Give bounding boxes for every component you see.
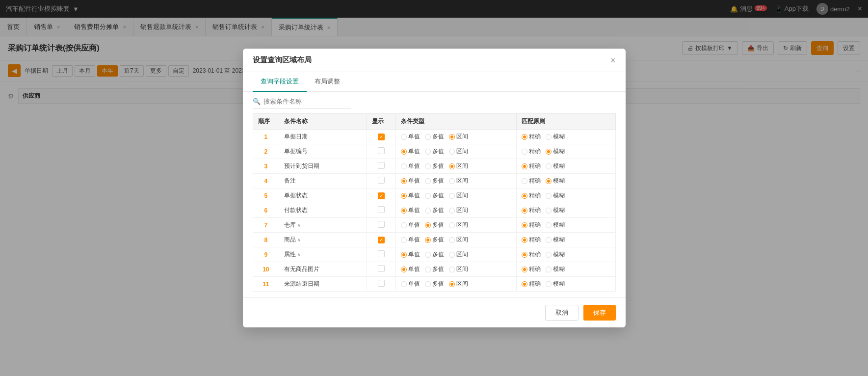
radio-match-模糊-3[interactable]: 模糊 [546, 177, 565, 185]
checkbox-show-1[interactable] [378, 147, 385, 154]
radio-type-区间-10[interactable]: 区间 [449, 280, 468, 288]
modal-search-input[interactable] [263, 98, 342, 105]
radio-type-单值-6[interactable]: 单值 [401, 221, 420, 229]
radio-type-区间-7[interactable]: 区间 [449, 236, 468, 244]
radio-type-单值-7[interactable]: 单值 [401, 236, 420, 244]
radio-match-模糊-10[interactable]: 模糊 [546, 280, 565, 288]
checkbox-show-0[interactable] [378, 134, 385, 140]
radio-match-精确-4[interactable]: 精确 [522, 191, 541, 200]
radio-type-多值-2[interactable]: 多值 [425, 162, 444, 170]
radio-type-单值-0[interactable]: 单值 [401, 133, 420, 141]
radio-match-精确-9[interactable]: 精确 [522, 265, 541, 273]
radio-match-精确-2[interactable]: 精确 [522, 162, 541, 170]
radio-match-精确-7[interactable]: 精确 [522, 236, 541, 244]
radio-match-circle-6 [546, 222, 552, 228]
radio-match-circle-1 [546, 149, 552, 155]
modal-close-btn[interactable]: × [610, 56, 616, 65]
radio-circle-4 [401, 193, 407, 199]
arrow-down-icon: ∨ [297, 252, 301, 257]
modal-tab-layout[interactable]: 布局调整 [307, 72, 348, 92]
radio-type-区间-0[interactable]: 区间 [449, 133, 468, 141]
row-name-8: 属性 ∨ [279, 247, 367, 262]
table-row: 8商品 ∨单值多值区间精确模糊 [253, 233, 615, 247]
row-type-3: 单值多值区间 [395, 174, 516, 188]
row-order-9: 10 [253, 262, 279, 277]
table-row: 1单据日期单值多值区间精确模糊 [253, 130, 615, 144]
radio-match-circle-3 [522, 178, 527, 184]
radio-type-区间-3[interactable]: 区间 [449, 177, 468, 185]
radio-match-模糊-7[interactable]: 模糊 [546, 236, 565, 244]
radio-match-精确-3[interactable]: 精确 [522, 177, 541, 185]
radio-type-多值-9[interactable]: 多值 [425, 265, 444, 273]
radio-type-单值-10[interactable]: 单值 [401, 280, 420, 288]
checkbox-show-8[interactable] [378, 250, 385, 257]
radio-type-多值-6[interactable]: 多值 [425, 221, 444, 229]
row-order-2: 3 [253, 159, 279, 174]
cancel-button[interactable]: 取消 [545, 305, 579, 321]
row-show-2 [367, 159, 395, 174]
radio-type-多值-1[interactable]: 多值 [425, 147, 444, 156]
radio-match-模糊-2[interactable]: 模糊 [546, 162, 565, 170]
modal-search-icon: 🔍 [253, 98, 261, 105]
radio-type-单值-5[interactable]: 单值 [401, 206, 420, 215]
modal-tab-query-fields[interactable]: 查询字段设置 [253, 72, 307, 92]
radio-match-精确-5[interactable]: 精确 [522, 206, 541, 215]
radio-type-单值-2[interactable]: 单值 [401, 162, 420, 170]
radio-type-多值-4[interactable]: 多值 [425, 191, 444, 200]
radio-type-区间-2[interactable]: 区间 [449, 162, 468, 170]
radio-match-精确-10[interactable]: 精确 [522, 280, 541, 288]
checkbox-show-2[interactable] [378, 162, 385, 169]
row-match-2: 精确模糊 [516, 159, 615, 174]
radio-type-区间-9[interactable]: 区间 [449, 265, 468, 273]
row-match-8: 精确模糊 [516, 247, 615, 262]
radio-type-区间-6[interactable]: 区间 [449, 221, 468, 229]
radio-type-区间-5[interactable]: 区间 [449, 206, 468, 215]
radio-match-模糊-1[interactable]: 模糊 [546, 147, 565, 156]
checkbox-show-7[interactable] [378, 237, 385, 243]
row-type-7: 单值多值区间 [395, 233, 516, 247]
radio-match-模糊-6[interactable]: 模糊 [546, 221, 565, 229]
row-match-4: 精确模糊 [516, 188, 615, 203]
checkbox-show-9[interactable] [378, 265, 385, 272]
checkbox-show-4[interactable] [378, 192, 385, 199]
radio-type-区间-8[interactable]: 区间 [449, 250, 468, 259]
radio-circle-5 [449, 208, 455, 214]
save-button[interactable]: 保存 [583, 305, 616, 321]
radio-type-单值-9[interactable]: 单值 [401, 265, 420, 273]
row-order-5: 6 [253, 203, 279, 218]
checkbox-show-5[interactable] [378, 206, 385, 213]
radio-match-精确-0[interactable]: 精确 [522, 133, 541, 141]
radio-type-单值-4[interactable]: 单值 [401, 191, 420, 200]
radio-match-模糊-8[interactable]: 模糊 [546, 250, 565, 259]
modal-tab-layout-label: 布局调整 [315, 78, 340, 85]
radio-type-区间-4[interactable]: 区间 [449, 191, 468, 200]
radio-type-多值-3[interactable]: 多值 [425, 177, 444, 185]
row-match-6: 精确模糊 [516, 218, 615, 233]
radio-match-circle-3 [546, 178, 552, 184]
radio-circle-9 [449, 267, 455, 272]
radio-match-模糊-4[interactable]: 模糊 [546, 191, 565, 200]
radio-type-多值-8[interactable]: 多值 [425, 250, 444, 259]
radio-type-单值-1[interactable]: 单值 [401, 147, 420, 156]
radio-type-单值-8[interactable]: 单值 [401, 250, 420, 259]
radio-match-精确-8[interactable]: 精确 [522, 250, 541, 259]
row-order-3: 4 [253, 174, 279, 188]
checkbox-show-6[interactable] [378, 221, 385, 228]
radio-type-多值-5[interactable]: 多值 [425, 206, 444, 215]
checkbox-show-3[interactable] [378, 177, 385, 184]
radio-match-模糊-9[interactable]: 模糊 [546, 265, 565, 273]
radio-match-精确-1[interactable]: 精确 [522, 147, 541, 156]
row-match-1: 精确模糊 [516, 144, 615, 159]
radio-match-精确-6[interactable]: 精确 [522, 221, 541, 229]
row-name-7: 商品 ∨ [279, 233, 367, 247]
radio-type-多值-0[interactable]: 多值 [425, 133, 444, 141]
radio-type-多值-10[interactable]: 多值 [425, 280, 444, 288]
radio-match-模糊-5[interactable]: 模糊 [546, 206, 565, 215]
radio-circle-9 [425, 267, 431, 272]
radio-type-多值-7[interactable]: 多值 [425, 236, 444, 244]
checkbox-show-10[interactable] [378, 280, 385, 287]
radio-type-区间-1[interactable]: 区间 [449, 147, 468, 156]
radio-type-单值-3[interactable]: 单值 [401, 177, 420, 185]
radio-match-模糊-0[interactable]: 模糊 [546, 133, 565, 141]
radio-match-circle-10 [522, 281, 527, 287]
